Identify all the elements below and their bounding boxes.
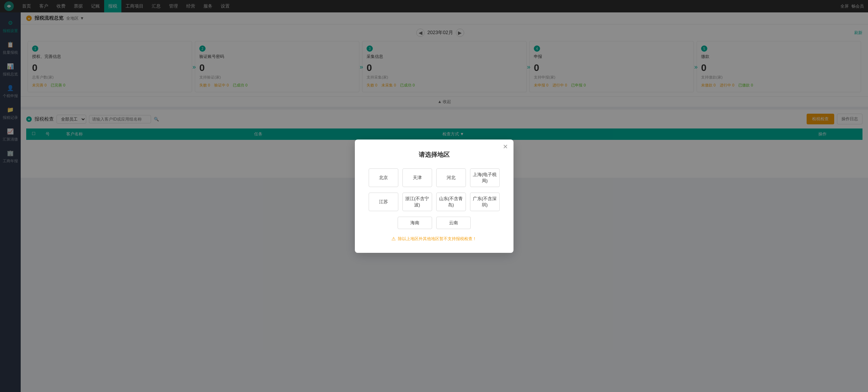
region-btn-jiangsu[interactable]: 江苏 [369,193,398,211]
modal-close-button[interactable]: ✕ [503,144,508,150]
region-btn-hebei[interactable]: 河北 [436,168,466,187]
region-grid-row1: 北京 天津 河北 上海(电子税局) [369,168,500,187]
region-btn-hainan[interactable]: 海南 [398,217,432,229]
warning-icon: ⚠ [391,236,396,241]
region-btn-shandong[interactable]: 山东(不含青岛) [436,193,466,211]
region-btn-shanghai[interactable]: 上海(电子税局) [470,168,500,187]
warning-text: 除以上地区外其他地区暂不支持报税检查！ [398,236,477,242]
region-btn-zhejiang[interactable]: 浙江(不含宁波) [402,193,432,211]
region-btn-beijing[interactable]: 北京 [369,168,398,187]
region-btn-yunnan[interactable]: 云南 [436,217,471,229]
region-selection-modal: ✕ 请选择地区 北京 天津 河北 上海(电子税局) 江苏 浙江(不含宁波) 山东… [355,140,513,253]
modal-warning: ⚠ 除以上地区外其他地区暂不支持报税检查！ [369,236,500,242]
region-btn-guangdong[interactable]: 广东(不含深圳) [470,193,500,211]
modal-overlay: ✕ 请选择地区 北京 天津 河北 上海(电子税局) 江苏 浙江(不含宁波) 山东… [0,0,868,392]
region-grid-row2: 江苏 浙江(不含宁波) 山东(不含青岛) 广东(不含深圳) [369,193,500,211]
region-grid-row3: 海南 云南 [369,217,500,229]
modal-title: 请选择地区 [369,151,500,159]
region-btn-tianjin[interactable]: 天津 [402,168,432,187]
